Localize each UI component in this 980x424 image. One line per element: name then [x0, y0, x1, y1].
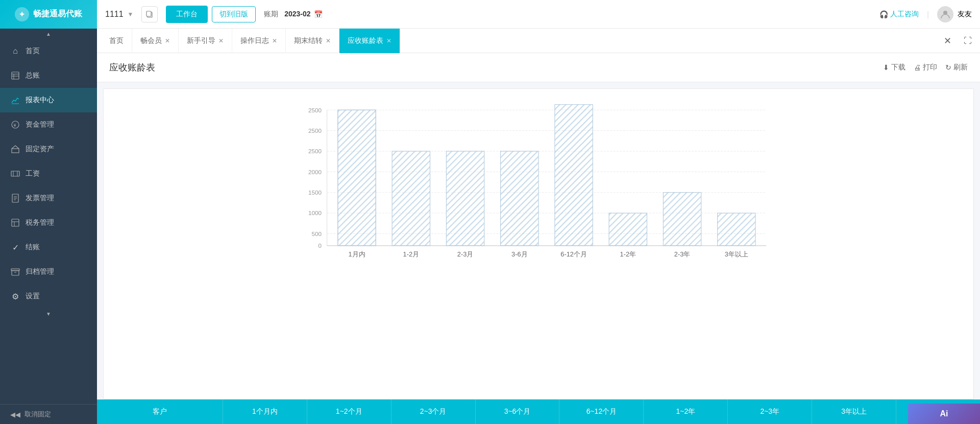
chart-area: 2500 2500 2500 2000 1500 1000 500 0: [114, 99, 963, 273]
print-icon: 🖨: [914, 63, 921, 72]
company-selector[interactable]: 1111 ▼: [105, 10, 133, 19]
sidebar-label-reports: 报表中心: [26, 96, 54, 105]
sidebar-item-tax[interactable]: 税务管理: [0, 210, 97, 235]
svg-text:1-2月: 1-2月: [403, 250, 419, 258]
sidebar-label-tax: 税务管理: [26, 218, 54, 227]
svg-rect-22: [11, 269, 19, 271]
download-label: 下载: [891, 63, 905, 72]
tab-member-close[interactable]: ✕: [165, 37, 170, 44]
svg-rect-43: [392, 151, 430, 246]
tab-expand-button[interactable]: ⛶: [960, 33, 976, 49]
sidebar-item-ledger[interactable]: 总账: [0, 63, 97, 88]
sidebar-item-capital[interactable]: ¥ 资金管理: [0, 112, 97, 137]
svg-rect-42: [338, 110, 376, 246]
user-icon: [940, 9, 950, 19]
tab-guide-close[interactable]: ✕: [218, 37, 224, 44]
archive-icon: [10, 267, 20, 277]
sidebar-item-archive[interactable]: 归档管理: [0, 260, 97, 284]
col-2-3month: 2~3个月: [391, 399, 476, 424]
user-area[interactable]: 友友: [937, 6, 972, 22]
tab-member-label: 畅会员: [140, 36, 162, 45]
tab-period-end-close[interactable]: ✕: [326, 37, 331, 44]
print-label: 打印: [923, 63, 937, 72]
print-button[interactable]: 🖨 打印: [914, 63, 937, 72]
svg-text:0: 0: [318, 242, 322, 249]
svg-rect-47: [609, 213, 647, 246]
ai-badge[interactable]: Ai: [908, 404, 980, 424]
download-button[interactable]: ⬇ 下载: [883, 63, 905, 72]
chart-container: 2500 2500 2500 2000 1500 1000 500 0: [103, 88, 974, 399]
copy-button[interactable]: [141, 6, 158, 22]
switch-old-button[interactable]: 切到旧版: [212, 6, 256, 22]
tab-home-label: 首页: [109, 36, 124, 45]
sidebar-item-settlement[interactable]: ✓ 结账: [0, 235, 97, 260]
col-3year-plus: 3年以上: [812, 399, 896, 424]
svg-rect-44: [446, 151, 484, 246]
pin-icon: ◀◀: [10, 411, 20, 418]
tab-bar: 首页 畅会员 ✕ 新手引导 ✕ 操作日志 ✕ 期末结转 ✕ 应收账龄表 ✕: [97, 29, 980, 53]
download-icon: ⬇: [883, 63, 889, 72]
svg-text:2500: 2500: [308, 127, 322, 134]
sidebar-item-home[interactable]: ⌂ 首页: [0, 39, 97, 63]
svg-text:500: 500: [312, 230, 322, 237]
svg-rect-18: [12, 219, 19, 226]
sidebar-item-assets[interactable]: 固定资产: [0, 137, 97, 161]
col-customer: 客户: [97, 399, 223, 424]
home-icon: ⌂: [10, 46, 20, 56]
page-title: 应收账龄表: [109, 61, 155, 74]
tab-member[interactable]: 畅会员 ✕: [132, 29, 179, 53]
sidebar-item-salary[interactable]: 工资: [0, 161, 97, 186]
calendar-icon[interactable]: 📅: [314, 10, 323, 18]
svg-text:2000: 2000: [308, 169, 322, 175]
logo-icon: ✦: [15, 7, 29, 21]
refresh-button[interactable]: ↻ 刷新: [945, 63, 968, 72]
consult-button[interactable]: 🎧 人工咨询: [879, 10, 919, 19]
logo: ✦ 畅捷通易代账: [0, 0, 97, 29]
svg-text:2500: 2500: [308, 148, 322, 154]
svg-text:2-3年: 2-3年: [674, 250, 690, 258]
tab-aging-close[interactable]: ✕: [386, 37, 391, 44]
salary-icon: [10, 169, 20, 179]
tab-bar-right: ✕ ⛶: [939, 33, 976, 49]
workbench-button[interactable]: 工作台: [166, 6, 208, 23]
sidebar-scroll-down[interactable]: ▼: [0, 309, 97, 319]
tab-oplog-label: 操作日志: [240, 36, 269, 45]
col-1-2month: 1~2个月: [307, 399, 391, 424]
period-value: 2023-02: [284, 10, 310, 18]
svg-text:2-3月: 2-3月: [457, 250, 473, 258]
period-label: 账期 2023-02: [264, 10, 310, 19]
page-content: 应收账龄表 ⬇ 下载 🖨 打印 ↻ 刷新: [97, 53, 980, 424]
tab-guide[interactable]: 新手引导 ✕: [179, 29, 232, 53]
ledger-icon: [10, 70, 20, 81]
col-6-12month: 6~12个月: [559, 399, 644, 424]
settings-icon: ⚙: [10, 291, 20, 301]
svg-text:2500: 2500: [308, 107, 322, 113]
cancel-fixed-button[interactable]: ◀◀ 取消固定: [0, 404, 97, 424]
svg-text:3-6月: 3-6月: [511, 250, 527, 258]
svg-text:1000: 1000: [308, 209, 322, 216]
sidebar-label-archive: 归档管理: [26, 267, 54, 276]
sidebar-scroll-up[interactable]: ▲: [0, 29, 97, 39]
table-header: 客户 1个月内 1~2个月 2~3个月 3~6个月 6~12个月: [97, 399, 980, 424]
content-area: 首页 畅会员 ✕ 新手引导 ✕ 操作日志 ✕ 期末结转 ✕ 应收账龄表 ✕: [97, 29, 980, 424]
tab-aging-label: 应收账龄表: [348, 36, 383, 45]
tab-home[interactable]: 首页: [101, 29, 132, 53]
sidebar-item-reports[interactable]: 报表中心: [0, 88, 97, 112]
col-1month: 1个月内: [223, 399, 307, 424]
tab-aging[interactable]: 应收账龄表 ✕: [339, 29, 400, 53]
tab-period-end[interactable]: 期末结转 ✕: [286, 29, 339, 53]
sidebar-label-settlement: 结账: [26, 243, 40, 252]
col-1-2year: 1~2年: [644, 399, 728, 424]
invoice-icon: [10, 193, 20, 203]
consult-label: 人工咨询: [890, 10, 919, 19]
sidebar-item-invoice[interactable]: 发票管理: [0, 186, 97, 210]
tab-close-all-button[interactable]: ✕: [939, 33, 955, 49]
sidebar-item-settings[interactable]: ⚙ 设置: [0, 284, 97, 309]
svg-text:1500: 1500: [308, 189, 322, 196]
sidebar: ▲ ⌂ 首页 总账 报表中心: [0, 29, 97, 424]
avatar: [937, 6, 953, 22]
tab-oplog-close[interactable]: ✕: [272, 37, 277, 44]
tab-oplog[interactable]: 操作日志 ✕: [232, 29, 286, 53]
svg-rect-48: [663, 193, 701, 246]
page-actions: ⬇ 下载 🖨 打印 ↻ 刷新: [883, 63, 968, 72]
